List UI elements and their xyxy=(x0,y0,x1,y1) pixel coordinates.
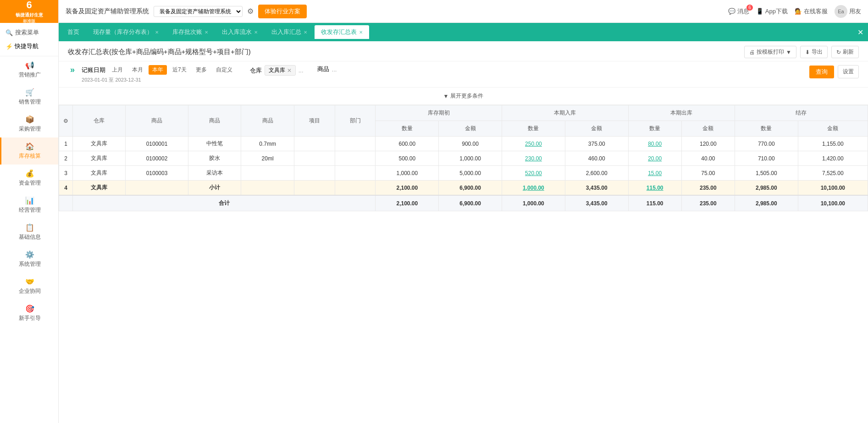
finance-icon: 💰 xyxy=(25,169,34,178)
refresh-button[interactable]: ↻ 刷新 xyxy=(831,46,859,58)
sales-icon: 🛒 xyxy=(25,88,34,97)
col-close-amt: 金额 xyxy=(798,121,868,137)
tab-inout-flow-label: 出入库流水 xyxy=(222,28,252,36)
row-dept xyxy=(335,181,376,196)
date-btn-last-month[interactable]: 上月 xyxy=(108,65,127,75)
refresh-label: 刷新 xyxy=(843,48,854,56)
app-download-action[interactable]: 📱 App下载 xyxy=(756,7,788,16)
row-in-qty[interactable]: 520.00 xyxy=(502,166,565,181)
tab-inventory-dist[interactable]: 现存量（库存分布表） ✕ xyxy=(87,25,165,39)
sidebar-item-label: 销售管理 xyxy=(19,98,41,106)
tab-home[interactable]: 首页 xyxy=(61,25,86,39)
row-in-amt: 375.00 xyxy=(565,137,628,151)
footer-out-amt: 235.00 xyxy=(681,195,735,211)
content-header: 收发存汇总表(按仓库+商品编码+商品+规格型号+项目+部门) 🖨 按模板打印 ▼… xyxy=(59,41,868,61)
footer-open-qty: 2,100.00 xyxy=(376,195,439,211)
tab-batch[interactable]: 库存批次账 ✕ xyxy=(166,25,215,39)
quick-nav-icon: ⚡ xyxy=(6,43,13,50)
basic-icon: 📋 xyxy=(25,223,34,232)
date-btn-custom[interactable]: 自定义 xyxy=(212,65,236,75)
setting-button[interactable]: 设置 xyxy=(838,65,859,78)
settings-button[interactable]: ⚙ xyxy=(247,7,254,16)
page-title: 收发存汇总表(按仓库+商品编码+商品+规格型号+项目+部门) xyxy=(68,48,251,56)
sidebar-item-label: 营销推广 xyxy=(19,71,41,79)
tab-inout-summary-close[interactable]: ✕ xyxy=(304,30,307,35)
content-area: 收发存汇总表(按仓库+商品编码+商品+规格型号+项目+部门) 🖨 按模板打印 ▼… xyxy=(59,41,868,423)
row-out-qty[interactable]: 80.00 xyxy=(628,137,681,151)
date-btn-this-month[interactable]: 本月 xyxy=(128,65,147,75)
warehouse-filter-dots[interactable]: ... xyxy=(299,67,304,74)
online-service-action[interactable]: 💁 在线客服 xyxy=(795,7,828,16)
tab-recv-summary[interactable]: 收发存汇总表 ✕ xyxy=(315,25,369,39)
warehouse-filter: 仓库 文具库 ✕ ... xyxy=(250,65,304,76)
row-in-amt: 3,435.00 xyxy=(565,181,628,196)
warehouse-label: 仓库 xyxy=(250,66,262,75)
row-in-qty[interactable]: 250.00 xyxy=(502,137,565,151)
data-table-container: ⚙ 仓库 商品 商品 商品 项目 部门 库存期初 本期入库 本期出库 结存 数量 xyxy=(59,105,868,423)
print-button[interactable]: 🖨 按模板打印 ▼ xyxy=(744,46,796,58)
row-project xyxy=(294,166,335,181)
tab-inout-flow-close[interactable]: ✕ xyxy=(254,30,258,35)
date-btn-this-year[interactable]: 本年 xyxy=(149,65,167,75)
date-btn-more[interactable]: 更多 xyxy=(192,65,210,75)
sidebar-item-basic[interactable]: 📋 基础信息 xyxy=(0,219,58,246)
message-badge: 6 xyxy=(746,5,753,11)
row-out-qty[interactable]: 15.00 xyxy=(628,166,681,181)
sidebar-item-purchase[interactable]: 📦 采购管理 xyxy=(0,110,58,137)
row-code: 0100003 xyxy=(125,166,188,181)
col-settings[interactable]: ⚙ xyxy=(59,105,73,137)
system-selector[interactable]: 装备及固定资产辅助管理系统 xyxy=(154,6,243,17)
phone-icon: 📱 xyxy=(756,8,763,15)
filter-toggle-button[interactable]: » xyxy=(68,65,77,75)
tab-bar-close[interactable]: ✕ xyxy=(855,28,866,37)
row-out-amt: 235.00 xyxy=(681,181,735,196)
row-code: 0100002 xyxy=(125,151,188,166)
sidebar-item-newbie[interactable]: 🎯 新手引导 xyxy=(0,300,58,327)
row-out-qty: 115.00 xyxy=(628,181,681,196)
query-button[interactable]: 查询 xyxy=(809,66,834,78)
warehouse-tag-close[interactable]: ✕ xyxy=(287,67,292,74)
table-row: 3文具库0100003采访本1,000.005,000.00520.002,60… xyxy=(59,166,868,181)
row-out-amt: 75.00 xyxy=(681,166,735,181)
sidebar-item-inventory[interactable]: 🏠 库存核算 xyxy=(0,137,58,165)
product-filter-dots[interactable]: ... xyxy=(332,66,337,73)
row-in-amt: 2,600.00 xyxy=(565,166,628,181)
col-spec: 商品 xyxy=(241,105,294,137)
sidebar-item-sales[interactable]: 🛒 销售管理 xyxy=(0,83,58,110)
tab-recv-summary-close[interactable]: ✕ xyxy=(359,30,363,35)
sidebar-item-collab[interactable]: 🤝 企业协同 xyxy=(0,273,58,300)
footer-close-qty: 2,985.00 xyxy=(735,195,798,211)
tab-inout-summary-label: 出入库汇总 xyxy=(271,28,301,36)
filter-area: » 记账日期 上月 本月 本年 近7天 更多 自定义 2023-01-01 至 … xyxy=(59,61,868,88)
tab-inout-flow[interactable]: 出入库流水 ✕ xyxy=(216,25,264,39)
sidebar-item-system[interactable]: ⚙️ 系统管理 xyxy=(0,246,58,273)
sidebar-item-label: 新手引导 xyxy=(19,314,41,322)
search-menu-label: 搜索菜单 xyxy=(15,28,39,37)
sidebar-item-operations[interactable]: 📊 经营管理 xyxy=(0,192,58,219)
row-project xyxy=(294,151,335,166)
row-code: 0100001 xyxy=(125,137,188,151)
row-in-qty[interactable]: 230.00 xyxy=(502,151,565,166)
search-menu-button[interactable]: 🔍 搜索菜单 xyxy=(4,27,55,38)
row-close-amt: 1,420.00 xyxy=(798,151,868,166)
date-filter: 记账日期 上月 本月 本年 近7天 更多 自定义 2023-01-01 至 20… xyxy=(82,65,236,83)
newbie-icon: 🎯 xyxy=(25,304,34,313)
sidebar-item-marketing[interactable]: 📢 营销推广 xyxy=(0,56,58,83)
export-button[interactable]: ⬇ 导出 xyxy=(800,46,828,58)
row-out-qty[interactable]: 20.00 xyxy=(628,151,681,166)
footer-row: 合计 2,100.00 6,900.00 1,000.00 3,435.00 1… xyxy=(59,195,868,211)
tab-batch-close[interactable]: ✕ xyxy=(205,30,208,35)
quick-nav-item[interactable]: ⚡ 快捷导航 xyxy=(4,40,55,52)
trial-button[interactable]: 体验行业方案 xyxy=(258,5,307,18)
tab-inventory-dist-close[interactable]: ✕ xyxy=(155,30,159,35)
date-btn-7days[interactable]: 近7天 xyxy=(169,65,190,75)
message-action[interactable]: 💬 消息 6 xyxy=(728,7,749,16)
row-open-qty: 2,100.00 xyxy=(376,181,439,196)
user-action[interactable]: Ea 用友 xyxy=(835,5,861,18)
tab-inout-summary[interactable]: 出入库汇总 ✕ xyxy=(265,25,314,39)
row-close-qty: 2,985.00 xyxy=(735,181,798,196)
expand-button[interactable]: ▼ 展开更多条件 xyxy=(439,90,488,102)
sidebar-item-finance[interactable]: 💰 资金管理 xyxy=(0,165,58,192)
row-in-amt: 460.00 xyxy=(565,151,628,166)
sidebar-item-label: 资金管理 xyxy=(19,179,41,187)
